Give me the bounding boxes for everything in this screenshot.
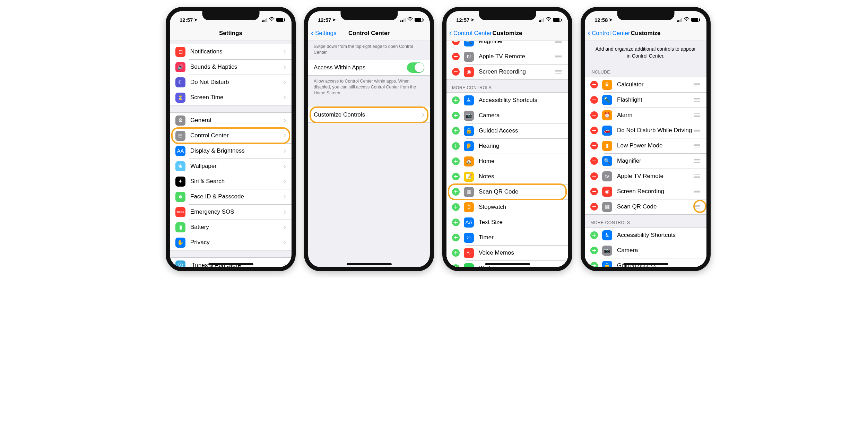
app-icon: ▦ <box>602 202 612 212</box>
list-cell[interactable]: 🏠Home <box>446 154 568 169</box>
reorder-handle[interactable] <box>693 159 701 163</box>
list-cell[interactable]: 🔍Magnifier <box>446 41 568 49</box>
add-button[interactable] <box>452 173 460 180</box>
list-cell[interactable]: ◻︎Notifications› <box>170 44 292 59</box>
back-button[interactable]: ‹ Control Center <box>449 29 492 37</box>
back-button[interactable]: ‹ Control Center <box>588 29 630 37</box>
list-cell[interactable]: ◉Screen Recording <box>446 64 568 79</box>
remove-button[interactable] <box>452 68 460 76</box>
reorder-handle[interactable] <box>693 144 701 147</box>
list-cell[interactable]: ◉Screen Recording <box>585 184 706 199</box>
chevron-right-icon: › <box>284 261 286 267</box>
list-cell[interactable]: ▮Battery› <box>170 220 292 235</box>
list-cell[interactable]: tvApple TV Remote <box>446 49 568 64</box>
add-button[interactable] <box>452 112 460 119</box>
reorder-handle[interactable] <box>555 70 563 74</box>
list-cell[interactable]: 👂Hearing <box>446 138 568 154</box>
list-cell[interactable]: ▮Low Power Mode <box>585 138 706 153</box>
reorder-handle[interactable] <box>693 205 701 208</box>
reorder-handle[interactable] <box>693 113 701 117</box>
app-icon: 🔍 <box>602 156 612 166</box>
list-cell[interactable]: ⏳Screen Time› <box>170 90 292 105</box>
remove-button[interactable] <box>590 142 598 149</box>
cell-label: Apple TV Remote <box>479 53 555 60</box>
reorder-handle[interactable] <box>693 129 701 132</box>
remove-button[interactable] <box>590 188 598 195</box>
remove-button[interactable] <box>590 111 598 119</box>
remove-button[interactable] <box>590 172 598 180</box>
list-cell[interactable]: 📝Notes <box>446 169 568 184</box>
list-cell[interactable]: ⏰Alarm <box>585 108 706 123</box>
list-cell[interactable]: ∿Voice Memos <box>446 245 568 260</box>
remove-button[interactable] <box>590 127 598 134</box>
add-button[interactable] <box>452 96 460 104</box>
scroll-content[interactable]: Swipe down from the top-right edge to op… <box>308 41 430 267</box>
add-button[interactable] <box>452 188 460 196</box>
app-icon: 🖩 <box>602 80 612 90</box>
remove-button[interactable] <box>590 81 598 88</box>
add-button[interactable] <box>452 203 460 211</box>
chevron-right-icon: › <box>284 78 286 87</box>
list-cell[interactable]: ⚙︎General› <box>170 113 292 128</box>
list-cell[interactable]: ✋Privacy› <box>170 235 292 250</box>
list-cell[interactable]: 📷Camera <box>446 108 568 123</box>
reorder-handle[interactable] <box>693 174 701 178</box>
scroll-content[interactable]: ◻︎Notifications›🔊Sounds & Haptics›☾Do No… <box>170 41 292 267</box>
list-cell[interactable]: 🖩Calculator <box>585 77 706 92</box>
toggle-switch[interactable] <box>407 62 424 73</box>
list-cell[interactable]: ☾Do Not Disturb› <box>170 75 292 90</box>
list-cell[interactable]: 🔒Guided Access <box>446 123 568 138</box>
chevron-right-icon: › <box>284 207 286 216</box>
page-title: Customize <box>631 30 661 37</box>
list-cell[interactable]: 🔒Guided Access <box>585 258 706 267</box>
reorder-handle[interactable] <box>693 98 701 102</box>
list-cell[interactable]: ♿︎Accessibility Shortcuts <box>585 228 706 243</box>
remove-button[interactable] <box>590 203 598 211</box>
list-cell[interactable]: Customize Controls› <box>308 107 430 122</box>
reorder-handle[interactable] <box>693 190 701 193</box>
add-button[interactable] <box>590 247 598 254</box>
add-button[interactable] <box>590 262 598 267</box>
cell-label: Screen Recording <box>617 188 693 195</box>
reorder-handle[interactable] <box>555 55 563 58</box>
scroll-content[interactable]: 🔍MagnifiertvApple TV Remote◉Screen Recor… <box>446 41 568 267</box>
add-button[interactable] <box>452 142 460 150</box>
list-cell[interactable]: AADisplay & Brightness› <box>170 143 292 159</box>
remove-button[interactable] <box>590 157 598 165</box>
list-cell[interactable]: ♿︎Accessibility Shortcuts <box>446 93 568 108</box>
list-cell[interactable]: ☻Face ID & Passcode› <box>170 189 292 204</box>
list-cell[interactable]: 🔦Flashlight <box>585 92 706 108</box>
list-cell[interactable]: Access Within Apps <box>308 60 430 75</box>
list-cell[interactable]: 🚗Do Not Disturb While Driving <box>585 123 706 138</box>
remove-button[interactable] <box>452 53 460 60</box>
list-cell[interactable]: ❀Wallpaper› <box>170 159 292 174</box>
cell-label: Do Not Disturb While Driving <box>617 127 693 134</box>
list-cell[interactable]: ✦Siri & Search› <box>170 174 292 189</box>
add-button[interactable] <box>452 249 460 257</box>
reorder-handle[interactable] <box>555 41 563 43</box>
add-button[interactable] <box>452 264 460 267</box>
add-button[interactable] <box>452 157 460 165</box>
list-cell[interactable]: ⒶiTunes & App Store› <box>170 258 292 267</box>
list-cell[interactable]: 🔊Sounds & Haptics› <box>170 59 292 75</box>
list-cell[interactable]: ⏱Stopwatch <box>446 199 568 215</box>
back-button[interactable]: ‹ Settings <box>311 29 336 37</box>
add-button[interactable] <box>452 127 460 135</box>
add-button[interactable] <box>452 219 460 226</box>
list-cell[interactable]: SOSEmergency SOS› <box>170 204 292 220</box>
list-cell[interactable]: 📷Camera <box>585 243 706 258</box>
remove-button[interactable] <box>452 41 460 45</box>
remove-button[interactable] <box>590 96 598 104</box>
list-cell[interactable]: ▦Scan QR Code <box>585 199 706 214</box>
list-cell[interactable]: tvApple TV Remote <box>585 169 706 184</box>
list-cell[interactable]: ▦Scan QR Code <box>446 184 568 199</box>
list-cell[interactable]: ⏲Timer <box>446 230 568 245</box>
reorder-handle[interactable] <box>693 83 701 86</box>
list-cell[interactable]: AAText Size <box>446 215 568 230</box>
list-cell[interactable]: ⊟Control Center› <box>170 128 292 143</box>
add-button[interactable] <box>590 231 598 239</box>
scroll-content[interactable]: Add and organize additional controls to … <box>585 41 706 267</box>
app-icon: AA <box>175 146 185 156</box>
add-button[interactable] <box>452 234 460 241</box>
list-cell[interactable]: 🔍Magnifier <box>585 153 706 169</box>
